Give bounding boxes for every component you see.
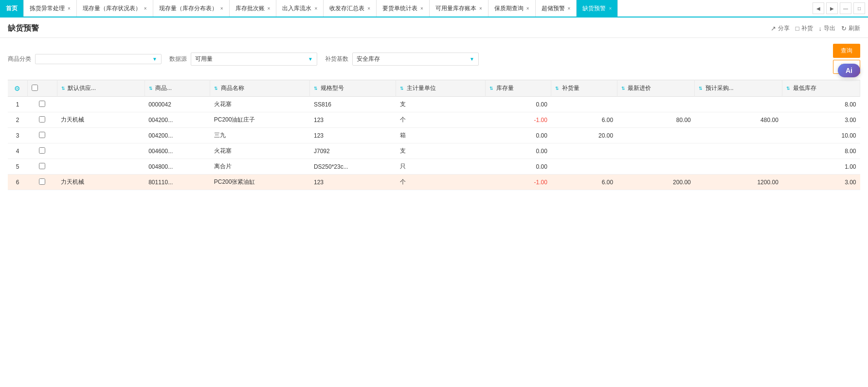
col-min-stock[interactable]: ⇅ 最低库存 xyxy=(782,80,860,97)
tab-collect-total-close[interactable]: × xyxy=(367,6,370,11)
table-row: 4 004600... 火花塞 J7092 支 0.00 8.00 xyxy=(8,143,860,159)
row-supplier-4 xyxy=(57,159,145,175)
row-goods-code-0: 0000042 xyxy=(145,97,210,112)
row-estimated-purchase-0 xyxy=(695,97,782,112)
row-replenish-0 xyxy=(551,97,617,112)
tab-demand-stat-close[interactable]: × xyxy=(420,6,423,11)
col-supplier[interactable]: ⇅ 默认供应... xyxy=(57,80,145,97)
page-header: 缺货预警 ↗ 分享 □ 补货 ↓ 导出 ↻ 刷新 xyxy=(0,18,868,38)
row-no-5: 6 xyxy=(8,175,27,190)
row-estimated-purchase-1: 480.00 xyxy=(695,112,782,128)
col-goods-code[interactable]: ⇅ 商品... xyxy=(145,80,210,97)
goods-code-col-label: 商品... xyxy=(155,85,172,91)
tab-expiry-close[interactable]: × xyxy=(526,6,529,11)
col-latest-price[interactable]: ⇅ 最新进价 xyxy=(617,80,695,97)
tab-inventory-status-close[interactable]: × xyxy=(144,6,147,11)
row-stock-3: 0.00 xyxy=(486,143,551,159)
category-filter-group: 商品分类 ▼ xyxy=(8,54,162,64)
tab-overstock-label: 超储预警 xyxy=(542,4,565,13)
row-unit-4: 只 xyxy=(396,159,486,175)
tab-prev-btn[interactable]: ◀ xyxy=(813,2,824,14)
stock-col-label: 库存量 xyxy=(496,85,514,91)
col-spec[interactable]: ⇅ 规格型号 xyxy=(310,80,396,97)
row-no-0: 1 xyxy=(8,97,27,112)
tab-inout-flow[interactable]: 出入库流水 × xyxy=(276,0,324,17)
tab-expiry-label: 保质期查询 xyxy=(494,4,524,13)
export-icon: ↓ xyxy=(819,25,822,32)
row-checkbox-3[interactable] xyxy=(27,143,57,159)
tab-minimize-btn[interactable]: — xyxy=(840,2,851,14)
row-checkbox-0[interactable] xyxy=(27,97,57,112)
tab-home[interactable]: 首页 xyxy=(0,0,24,17)
row-goods-code-3: 004600... xyxy=(145,143,210,159)
tab-inventory-dist-close[interactable]: × xyxy=(220,6,223,11)
row-no-1: 2 xyxy=(8,112,27,128)
col-stock[interactable]: ⇅ 库存量 xyxy=(486,80,551,97)
refresh-button[interactable]: ↻ 刷新 xyxy=(841,24,860,33)
row-supplier-5: 力天机械 xyxy=(57,175,145,190)
col-checkbox xyxy=(27,80,57,97)
row-min-stock-1: 3.00 xyxy=(782,112,860,128)
row-checkbox-1[interactable] xyxy=(27,112,57,128)
table-row: 2 力天机械 004200... PC200油缸庄子 123 个 -1.00 6… xyxy=(8,112,860,128)
tab-shortage[interactable]: 缺货预警 × xyxy=(577,0,618,17)
tab-maximize-btn[interactable]: □ xyxy=(853,2,865,14)
tab-next-btn[interactable]: ▶ xyxy=(826,2,838,14)
tab-inout-flow-close[interactable]: × xyxy=(314,6,317,11)
row-goods-name-0: 火花塞 xyxy=(210,97,310,112)
estimated-purchase-sort-icon: ⇅ xyxy=(699,86,703,91)
table-row: 6 力天机械 801110... PC200张紧油缸 123 个 -1.00 6… xyxy=(8,175,860,190)
replenish-base-select[interactable]: 安全库存 ▼ xyxy=(352,53,479,66)
col-goods-name[interactable]: ⇅ 商品名称 xyxy=(210,80,310,97)
row-goods-code-5: 801110... xyxy=(145,175,210,190)
tab-batch-account[interactable]: 库存批次账 × xyxy=(230,0,277,17)
tab-available-ledger-close[interactable]: × xyxy=(479,6,482,11)
replenish-button[interactable]: □ 补货 xyxy=(796,24,813,33)
row-estimated-purchase-5: 1200.00 xyxy=(695,175,782,190)
tab-batch-account-close[interactable]: × xyxy=(268,6,271,11)
row-checkbox-4[interactable] xyxy=(27,159,57,175)
row-checkbox-2[interactable] xyxy=(27,128,57,143)
datasource-select[interactable]: 可用量 ▼ xyxy=(191,53,317,66)
goods-name-col-label: 商品名称 xyxy=(221,85,244,91)
row-checkbox-5[interactable] xyxy=(27,175,57,190)
category-select[interactable]: ▼ xyxy=(35,54,162,64)
export-button[interactable]: ↓ 导出 xyxy=(819,24,836,33)
tab-inventory-status[interactable]: 现存量（库存状况表） × xyxy=(77,0,153,17)
settings-gear-icon[interactable]: ⚙ xyxy=(14,85,20,92)
table-row: 5 004800... 离合片 DS250*23c... 只 0.00 1.00 xyxy=(8,159,860,175)
latest-price-sort-icon: ⇅ xyxy=(621,86,625,91)
select-all-checkbox[interactable] xyxy=(32,85,38,91)
col-estimated-purchase[interactable]: ⇅ 预计采购... xyxy=(695,80,782,97)
tab-demand-stat[interactable]: 要货单统计表 × xyxy=(377,0,430,17)
col-unit[interactable]: ⇅ 主计量单位 xyxy=(396,80,486,97)
tab-overstock-close[interactable]: × xyxy=(568,6,571,11)
datasource-value: 可用量 xyxy=(195,55,213,63)
row-goods-name-1: PC200油缸庄子 xyxy=(210,112,310,128)
replenish-base-arrow-icon: ▼ xyxy=(470,56,474,62)
row-spec-3: J7092 xyxy=(310,143,396,159)
row-goods-code-2: 004200... xyxy=(145,128,210,143)
tab-available-ledger[interactable]: 可用量库存账本 × xyxy=(430,0,488,17)
col-settings[interactable]: ⚙ xyxy=(8,80,27,97)
tab-expiry[interactable]: 保质期查询 × xyxy=(488,0,536,17)
ai-button[interactable]: Ai xyxy=(838,64,860,77)
row-min-stock-3: 8.00 xyxy=(782,143,860,159)
col-replenish[interactable]: ⇅ 补货量 xyxy=(551,80,617,97)
row-replenish-5: 6.00 xyxy=(551,175,617,190)
tab-abnormal[interactable]: 拣货异常处理 × xyxy=(24,0,77,17)
row-stock-0: 0.00 xyxy=(486,97,551,112)
tab-shortage-close[interactable]: × xyxy=(609,6,612,11)
row-stock-1: -1.00 xyxy=(486,112,551,128)
row-latest-price-2 xyxy=(617,128,695,143)
tab-abnormal-close[interactable]: × xyxy=(68,6,71,11)
tab-bar: 首页 拣货异常处理 × 现存量（库存状况表） × 现存量（库存分布表） × 库存… xyxy=(0,0,868,18)
row-unit-0: 支 xyxy=(396,97,486,112)
query-button[interactable]: 查询 xyxy=(833,44,860,58)
tab-collect-total[interactable]: 收发存汇总表 × xyxy=(324,0,377,17)
share-button[interactable]: ↗ 分享 xyxy=(771,24,790,33)
tab-inventory-dist[interactable]: 现存量（库存分布表） × xyxy=(153,0,230,17)
row-min-stock-5: 3.00 xyxy=(782,175,860,190)
row-no-3: 4 xyxy=(8,143,27,159)
tab-overstock[interactable]: 超储预警 × xyxy=(536,0,577,17)
